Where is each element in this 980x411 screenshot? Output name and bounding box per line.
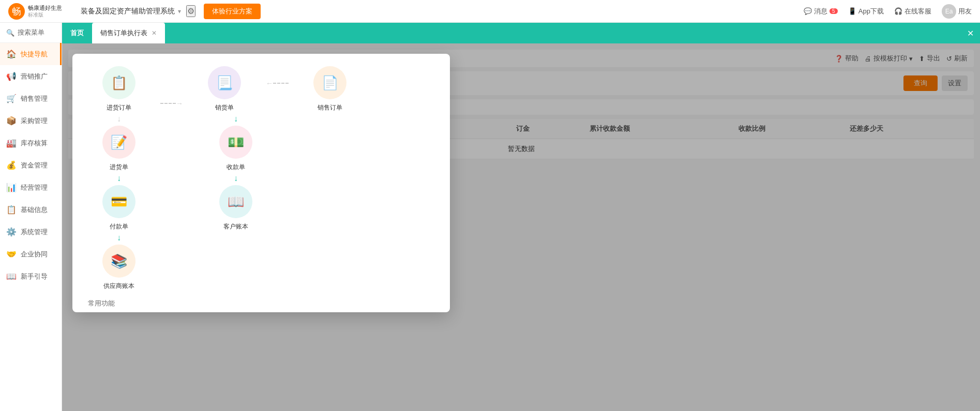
- logo-text: 畅康通好生意 标准版: [28, 4, 62, 18]
- sidebar: 🔍 搜索菜单 🏠 快捷导航 📢 营销推广 🛒 销售管理 📦 采购管理 🏭: [0, 23, 62, 411]
- sales-bill-label: 销货单: [215, 103, 234, 112]
- top-right-row: 📃 销货单 ← 📄: [193, 66, 361, 112]
- purchase-bill-label: 进货单: [110, 163, 128, 172]
- sidebar-item-system[interactable]: ⚙️ 系统管理: [0, 221, 62, 243]
- sales-order-circle: 📄: [313, 66, 346, 99]
- tab-close-icon[interactable]: ✕: [152, 29, 157, 37]
- sidebar-item-quick-nav[interactable]: 🏠 快捷导航: [0, 43, 62, 65]
- avatar: Ea: [942, 4, 956, 19]
- quick-nav-modal: 📋 进货订单 ↓ 📝 进货单 ↓: [72, 54, 450, 312]
- search-icon: 🔍: [6, 29, 14, 37]
- common-functions: 常用功能 商品 往来单位 现存量(库存状况表) 现存量(库存分布表) 销售毛利分…: [88, 299, 434, 312]
- bottom-right-section: ↓ 💵 收款单 ↓ 📖: [205, 112, 350, 231]
- receipt-bill-circle: 💵: [219, 126, 252, 159]
- newbie-icon: 📖: [6, 271, 17, 281]
- purchase-order-node[interactable]: 📋 进货订单: [88, 66, 150, 112]
- arrow-down-3: ↓: [117, 233, 121, 242]
- download-icon: 📱: [848, 7, 856, 15]
- receipt-bill-node[interactable]: 💵 收款单: [205, 126, 267, 172]
- marketing-icon: 📢: [6, 71, 17, 81]
- tab-sales-order-exec[interactable]: 销售订单执行表 ✕: [92, 23, 165, 43]
- sales-order-label: 销售订单: [318, 103, 342, 112]
- customer-ledger-label: 客户账本: [223, 222, 248, 231]
- sidebar-item-sales[interactable]: 🛒 销售管理: [0, 87, 62, 110]
- tab-bar: 首页 销售订单执行表 ✕ ✕: [62, 23, 980, 43]
- supplier-ledger-node[interactable]: 📚 供应商账本: [88, 245, 150, 291]
- sidebar-item-basic[interactable]: 📋 基础信息: [0, 199, 62, 221]
- trial-button[interactable]: 体验行业方案: [204, 4, 261, 19]
- basic-icon: 📋: [6, 205, 17, 215]
- arrow-down-2: ↓: [117, 174, 121, 183]
- supplier-ledger-label: 供应商账本: [103, 282, 134, 291]
- purchase-icon: 📦: [6, 116, 17, 126]
- sidebar-item-purchase[interactable]: 📦 采购管理: [0, 110, 62, 132]
- sidebar-item-operations[interactable]: 📊 经营管理: [0, 176, 62, 199]
- receipt-bill-label: 收款单: [227, 163, 245, 172]
- operations-icon: 📊: [6, 182, 17, 192]
- modal-content: 📋 进货订单 ↓ 📝 进货单 ↓: [72, 54, 450, 312]
- purchase-order-circle: 📋: [102, 66, 135, 99]
- content-area: 首页 销售订单执行表 ✕ ✕ ❓ 帮助: [62, 23, 980, 411]
- page-content: ❓ 帮助 🖨 按模板打印 ▾ ⬆ 导出 ↺: [62, 43, 980, 411]
- sidebar-item-inventory[interactable]: 🏭 库存核算: [0, 132, 62, 154]
- sales-icon: 🛒: [6, 94, 17, 103]
- user-menu[interactable]: Ea 用友: [942, 4, 972, 19]
- sales-bill-node[interactable]: 📃 销货单: [193, 66, 255, 112]
- home-icon: 🏠: [6, 49, 17, 59]
- payment-bill-label: 付款单: [110, 222, 128, 231]
- sidebar-item-newbie[interactable]: 📖 新手引导: [0, 265, 62, 287]
- left-flow-col: 📋 进货订单 ↓ 📝 进货单 ↓: [88, 66, 150, 291]
- service-icon: 🎧: [894, 7, 902, 15]
- payment-bill-node[interactable]: 💳 付款单: [88, 185, 150, 231]
- sales-bill-circle: 📃: [208, 66, 241, 99]
- arrow-down-receipt: ↓: [234, 174, 238, 183]
- sidebar-item-enterprise[interactable]: 🤝 企业协同: [0, 243, 62, 265]
- logo-area: 畅 畅康通好生意 标准版: [8, 3, 70, 20]
- supplier-ledger-circle: 📚: [102, 245, 135, 278]
- top-right-actions: 💬 消息 5 📱 App下载 🎧 在线客服 Ea 用友: [804, 4, 972, 19]
- system-dropdown-icon[interactable]: ▾: [178, 8, 181, 15]
- customer-ledger-circle: 📖: [219, 185, 252, 218]
- flowchart: 📋 进货订单 ↓ 📝 进货单 ↓: [88, 66, 434, 291]
- inventory-icon: 🏭: [6, 138, 17, 148]
- tab-home[interactable]: 首页: [62, 23, 92, 43]
- main-layout: 🔍 搜索菜单 🏠 快捷导航 📢 营销推广 🛒 销售管理 📦 采购管理 🏭: [0, 23, 980, 411]
- dashed-arrow-right: ←: [266, 79, 289, 87]
- sales-order-node[interactable]: 📄 销售订单: [299, 66, 361, 112]
- settings-icon[interactable]: ⚙: [186, 5, 195, 17]
- h-arrows-col: →: [160, 66, 183, 291]
- enterprise-icon: 🤝: [6, 249, 17, 259]
- online-service-button[interactable]: 🎧 在线客服: [894, 7, 931, 16]
- finance-icon: 💰: [6, 160, 17, 170]
- message-icon: 💬: [804, 7, 812, 15]
- receipt-col: ↓ 💵 收款单 ↓ 📖: [205, 112, 267, 231]
- h-arrow-row-1: →: [160, 79, 183, 128]
- right-flow-col: 📃 销货单 ← 📄: [193, 66, 361, 291]
- system-title: 装备及固定资产辅助管理系统 ▾: [81, 7, 181, 16]
- sidebar-item-finance[interactable]: 💰 资金管理: [0, 154, 62, 176]
- top-bar: 畅 畅康通好生意 标准版 装备及固定资产辅助管理系统 ▾ ⚙ 体验行业方案 💬 …: [0, 0, 980, 23]
- purchase-order-label: 进货订单: [107, 103, 131, 112]
- search-menu-button[interactable]: 🔍 搜索菜单: [0, 23, 62, 43]
- system-icon: ⚙️: [6, 227, 17, 237]
- message-button[interactable]: 💬 消息 5: [804, 7, 838, 16]
- purchase-bill-circle: 📝: [102, 126, 135, 159]
- tab-bar-right: ✕: [967, 28, 980, 38]
- app-container: 畅 畅康通好生意 标准版 装备及固定资产辅助管理系统 ▾ ⚙ 体验行业方案 💬 …: [0, 0, 980, 411]
- logo-icon: 畅: [8, 3, 25, 20]
- payment-bill-circle: 💳: [102, 185, 135, 218]
- arrow-down-sales: ↓: [234, 114, 238, 124]
- modal-overlay[interactable]: 📋 进货订单 ↓ 📝 进货单 ↓: [62, 43, 980, 411]
- close-all-tabs-icon[interactable]: ✕: [967, 28, 974, 38]
- h-arrow-1: →: [160, 99, 183, 108]
- customer-ledger-node[interactable]: 📖 客户账本: [205, 185, 267, 231]
- message-badge: 5: [830, 8, 838, 14]
- purchase-bill-node[interactable]: 📝 进货单: [88, 126, 150, 172]
- common-functions-title: 常用功能: [88, 299, 434, 308]
- arrow-down-1: ↓: [117, 114, 121, 124]
- sidebar-item-marketing[interactable]: 📢 营销推广: [0, 65, 62, 87]
- app-download-button[interactable]: 📱 App下载: [848, 7, 884, 16]
